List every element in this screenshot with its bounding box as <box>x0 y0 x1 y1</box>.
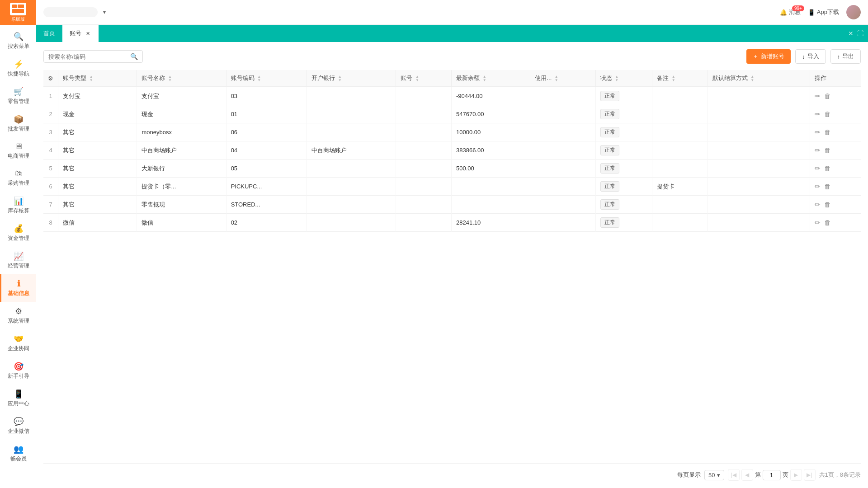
row-default-payment <box>708 196 810 214</box>
basic-info-icon: ℹ <box>17 279 20 289</box>
app-logo[interactable]: 乐版版 <box>0 0 36 25</box>
tab-account[interactable]: 账号 ✕ <box>62 25 99 42</box>
search-input[interactable] <box>48 53 130 60</box>
bell-icon: 🔔 <box>780 9 787 16</box>
row-code: PICKUPC... <box>226 178 307 196</box>
per-page-label: 每页显示 <box>677 471 701 479</box>
sidebar-item-app-center-label: 应用中心 <box>8 400 29 408</box>
edit-icon[interactable]: ✏ <box>815 110 821 118</box>
delete-icon[interactable]: 🗑 <box>824 201 831 208</box>
edit-icon[interactable]: ✏ <box>815 183 821 191</box>
notification-button[interactable]: 🔔 消息 99+ <box>780 8 801 16</box>
row-balance: 10000.00 <box>452 123 530 141</box>
row-actions: ✏ 🗑 <box>810 141 861 160</box>
enterprise-icon: 🤝 <box>14 334 24 344</box>
row-actions: ✏ 🗑 <box>810 123 861 141</box>
close-window-icon[interactable]: ✕ <box>848 30 854 37</box>
row-balance: 28241.10 <box>452 214 530 232</box>
sidebar-item-app-center[interactable]: 📱 应用中心 <box>0 385 36 412</box>
delete-icon[interactable]: 🗑 <box>824 146 831 154</box>
delete-icon[interactable]: 🗑 <box>824 128 831 136</box>
sort-icons-balance[interactable]: ▲▼ <box>483 75 486 82</box>
delete-icon[interactable]: 🗑 <box>824 164 831 172</box>
topbar-search-box[interactable] <box>43 7 98 17</box>
row-num: 3 <box>43 123 58 141</box>
guide-icon: 🎯 <box>14 361 24 371</box>
tab-account-close[interactable]: ✕ <box>84 30 91 37</box>
sidebar-item-wholesale[interactable]: 📦 批发管理 <box>0 110 36 137</box>
sort-icons-acctnum[interactable]: ▲▼ <box>415 75 419 82</box>
sidebar-item-guide[interactable]: 🎯 新手引导 <box>0 357 36 385</box>
prev-page-button[interactable]: ◀ <box>741 469 753 481</box>
row-num: 1 <box>43 87 58 105</box>
sidebar-item-system[interactable]: ⚙ 系统管理 <box>0 302 36 329</box>
sidebar-item-member-label: 畅会员 <box>10 455 27 463</box>
sort-icons-bank[interactable]: ▲▼ <box>338 75 342 82</box>
row-actions: ✏ 🗑 <box>810 178 861 196</box>
table-row: 4 其它 中百商场账户 04 中百商场账户 383866.00 正常 ✏ 🗑 <box>43 141 861 160</box>
maximize-window-icon[interactable]: ⛶ <box>857 30 863 37</box>
row-actions: ✏ 🗑 <box>810 160 861 178</box>
search-box[interactable]: 🔍 <box>43 50 143 63</box>
topbar-search-input[interactable] <box>49 9 85 15</box>
sidebar-item-enterprise-wechat[interactable]: 💬 企业微信 <box>0 412 36 440</box>
sidebar-item-purchase[interactable]: 🛍 采购管理 <box>0 164 36 192</box>
sidebar-item-operations[interactable]: 📈 经营管理 <box>0 247 36 274</box>
edit-icon[interactable]: ✏ <box>815 128 821 136</box>
sidebar-item-retail[interactable]: 🛒 零售管理 <box>0 82 36 110</box>
row-remark <box>652 123 708 141</box>
first-page-button[interactable]: |◀ <box>728 469 740 481</box>
sort-icons-remark[interactable]: ▲▼ <box>672 75 675 82</box>
sidebar-item-member[interactable]: 👥 畅会员 <box>0 440 36 467</box>
row-bank <box>307 178 396 196</box>
logo-icon <box>10 3 26 15</box>
edit-icon[interactable]: ✏ <box>815 219 821 227</box>
delete-icon[interactable]: 🗑 <box>824 219 831 226</box>
add-account-button[interactable]: ＋ 新增账号 <box>746 49 791 64</box>
col-settings[interactable]: ⚙ <box>43 70 58 87</box>
sort-icons-status[interactable]: ▲▼ <box>615 75 618 82</box>
import-button[interactable]: ↓ 导入 <box>795 49 826 64</box>
action-icons: ✏ 🗑 <box>815 219 856 227</box>
per-page-select[interactable]: 50 ▾ <box>704 470 724 480</box>
sidebar-item-quicknav[interactable]: ⚡ 快捷导航 <box>0 55 36 82</box>
sidebar-item-enterprise[interactable]: 🤝 企业协同 <box>0 329 36 357</box>
sort-icons-usage[interactable]: ▲▼ <box>555 75 558 82</box>
col-usage: 使用... ▲▼ <box>530 70 595 87</box>
row-status: 正常 <box>595 141 652 160</box>
sidebar-item-purchase-label: 采购管理 <box>8 179 29 187</box>
delete-icon[interactable]: 🗑 <box>824 110 831 118</box>
download-icon: 📱 <box>808 9 815 16</box>
row-usage <box>530 123 595 141</box>
sidebar-item-finance[interactable]: 💰 资金管理 <box>0 219 36 247</box>
row-default-payment <box>708 105 810 123</box>
edit-icon[interactable]: ✏ <box>815 92 821 100</box>
sort-icons-name[interactable]: ▲▼ <box>168 75 172 82</box>
edit-icon[interactable]: ✏ <box>815 201 821 209</box>
next-page-button[interactable]: ▶ <box>790 469 802 481</box>
sidebar-item-inventory[interactable]: 📊 库存核算 <box>0 192 36 219</box>
delete-icon[interactable]: 🗑 <box>824 92 831 100</box>
tab-home[interactable]: 首页 <box>36 25 62 42</box>
page-input[interactable] <box>763 470 781 480</box>
sidebar-item-ecommerce[interactable]: 🖥 电商管理 <box>0 137 36 164</box>
topbar-dropdown[interactable]: ▾ <box>103 9 106 15</box>
delete-icon[interactable]: 🗑 <box>824 183 831 190</box>
user-avatar[interactable] <box>846 5 861 19</box>
row-actions: ✏ 🗑 <box>810 196 861 214</box>
app-download-button[interactable]: 📱 App下载 <box>808 8 839 16</box>
sidebar-item-search[interactable]: 🔍 搜索菜单 <box>0 27 36 55</box>
edit-icon[interactable]: ✏ <box>815 146 821 155</box>
sort-icons-code[interactable]: ▲▼ <box>257 75 261 82</box>
col-account-name: 账号名称 ▲▼ <box>137 70 226 87</box>
last-page-button[interactable]: ▶| <box>804 469 816 481</box>
edit-icon[interactable]: ✏ <box>815 164 821 173</box>
sort-icons-type[interactable]: ▲▼ <box>90 75 93 82</box>
row-actions: ✏ 🗑 <box>810 214 861 232</box>
sort-icons-payment[interactable]: ▲▼ <box>750 75 754 82</box>
sidebar-item-inventory-label: 库存核算 <box>8 207 29 215</box>
sidebar-item-enterprise-wechat-label: 企业微信 <box>8 427 29 435</box>
export-button[interactable]: ↑ 导出 <box>830 49 861 64</box>
sidebar-item-basic-info[interactable]: ℹ 基础信息 <box>0 274 36 302</box>
dropdown-arrow-icon: ▾ <box>103 9 106 15</box>
